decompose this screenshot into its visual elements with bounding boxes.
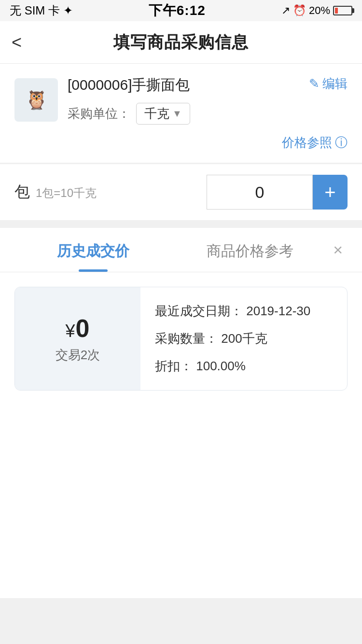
history-price-panel: ¥0 交易2次 [15, 287, 140, 390]
status-bar: 无 SIM 卡 ✦ 下午6:12 ↗ ⏰ 20% [0, 0, 362, 21]
product-thumbnail: 🦉 [14, 78, 58, 122]
discount-row: 折扣： 100.00% [155, 357, 333, 376]
unit-value: 千克 [144, 105, 169, 122]
location-icon: ↗ [281, 4, 290, 17]
help-icon: ⓘ [335, 134, 348, 151]
battery-fill [335, 8, 338, 14]
tab-content: ¥0 交易2次 最近成交日期： 2019-12-30 采购数量： 200千克 折… [0, 272, 362, 405]
unit-select-button[interactable]: 千克 ▼ [136, 103, 190, 125]
recent-date-label: 最近成交日期： [155, 304, 243, 318]
tab-history-price[interactable]: 历史成交价 [14, 228, 171, 272]
quantity-input[interactable] [207, 175, 313, 210]
battery-icon [333, 6, 352, 15]
history-card: ¥0 交易2次 最近成交日期： 2019-12-30 采购数量： 200千克 折… [14, 287, 348, 391]
product-logo-icon: 🦉 [25, 89, 48, 111]
status-left: 无 SIM 卡 ✦ [10, 3, 73, 18]
quantity-plus-button[interactable]: + [313, 175, 348, 210]
purchase-quantity-row: 采购数量： 200千克 [155, 329, 333, 348]
back-arrow-icon: < [12, 32, 22, 52]
history-details-panel: 最近成交日期： 2019-12-30 采购数量： 200千克 折扣： 100.0… [140, 287, 347, 390]
discount-value: 100.00% [196, 359, 246, 373]
price-ref-label: 价格参照 [282, 134, 332, 151]
status-time: 下午6:12 [149, 1, 206, 20]
history-trades-count: 交易2次 [56, 347, 100, 364]
edit-icon: ✎ [309, 76, 320, 91]
price-currency-symbol: ¥ [66, 321, 76, 341]
product-info-row: 🦉 [0000006]手撕面包 采购单位： 千克 ▼ [14, 75, 190, 125]
unit-label: 采购单位： [68, 105, 130, 122]
history-price-display: ¥0 [66, 314, 90, 343]
tabs-header: 历史成交价 商品价格参考 × [0, 228, 362, 272]
product-card: 🦉 [0000006]手撕面包 采购单位： 千克 ▼ ✎ 编辑 价格参照 ⓘ [0, 64, 362, 163]
product-header: 🦉 [0000006]手撕面包 采购单位： 千克 ▼ ✎ 编辑 [14, 75, 348, 125]
edit-label: 编辑 [322, 75, 348, 92]
recent-date-value: 2019-12-30 [246, 304, 310, 318]
recent-date-row: 最近成交日期： 2019-12-30 [155, 302, 333, 321]
status-right: ↗ ⏰ 20% [281, 4, 352, 17]
edit-button[interactable]: ✎ 编辑 [309, 75, 348, 92]
nav-bar: < 填写商品采购信息 [0, 21, 362, 64]
section-divider [0, 220, 362, 228]
tab-history-price-label: 历史成交价 [57, 243, 129, 259]
quantity-conversion-label: 1包=10千克 [36, 185, 97, 201]
dropdown-arrow-icon: ▼ [172, 108, 182, 119]
bottom-content [0, 405, 362, 598]
quantity-input-group: + [207, 175, 348, 210]
product-details: [0000006]手撕面包 采购单位： 千克 ▼ [68, 75, 190, 125]
page-title: 填写商品采购信息 [113, 31, 249, 54]
alarm-icon: ⏰ [293, 4, 306, 17]
purchase-quantity-label: 采购数量： [155, 331, 218, 346]
close-icon: × [333, 240, 343, 259]
battery-percentage: 20% [309, 4, 330, 17]
back-button[interactable]: < [12, 32, 22, 53]
discount-label: 折扣： [155, 359, 193, 373]
price-ref-row: 价格参照 ⓘ [14, 134, 348, 151]
price-value: 0 [76, 314, 90, 342]
purchase-quantity-value: 200千克 [221, 331, 267, 346]
quantity-unit-label: 包 [14, 182, 30, 203]
quantity-section: 包 1包=10千克 + [0, 164, 362, 220]
quantity-label-group: 包 1包=10千克 [14, 182, 97, 203]
tabs-panel: 历史成交价 商品价格参考 × ¥0 交易2次 最近成交日期： 2019-12-3… [0, 228, 362, 405]
tab-product-price-ref[interactable]: 商品价格参考 [171, 228, 328, 272]
product-name: [0000006]手撕面包 [68, 75, 190, 95]
plus-icon: + [324, 182, 335, 203]
unit-row: 采购单位： 千克 ▼ [68, 103, 190, 125]
price-ref-button[interactable]: 价格参照 ⓘ [282, 134, 348, 151]
tab-product-price-ref-label: 商品价格参考 [207, 243, 293, 259]
sim-indicator: 无 SIM 卡 ✦ [10, 3, 73, 18]
tab-close-button[interactable]: × [328, 236, 348, 264]
